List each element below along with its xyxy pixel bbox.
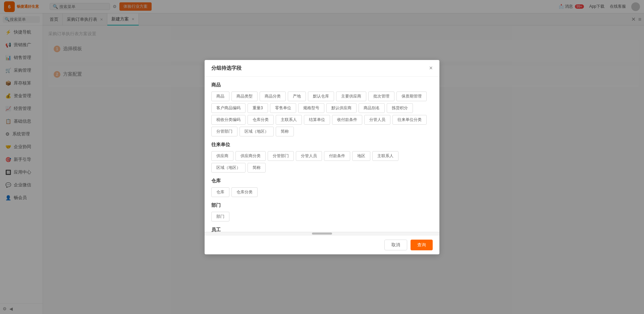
field-chip[interactable]: 区域（地区） bbox=[211, 163, 246, 173]
field-chip[interactable]: 结算单位 bbox=[304, 115, 330, 125]
section-title-往来单位: 往来单位 bbox=[211, 142, 433, 148]
section-商品: 商品商品商品类型商品分类产地默认仓库主要供应商批次管理保质期管理客户商品编码重量… bbox=[211, 82, 433, 136]
field-chip[interactable]: 重量3 bbox=[248, 103, 268, 113]
field-chip[interactable]: 主要供应商 bbox=[336, 91, 366, 101]
field-chip[interactable]: 收付款条件 bbox=[332, 115, 362, 125]
field-chip[interactable]: 分管人员 bbox=[364, 115, 390, 125]
section-部门: 部门部门 bbox=[211, 202, 433, 222]
main-area: 🔍 ⚡快捷导航📢营销推广📊销售管理🛒采购管理📦库存核算💰资金管理📈经营管理📋基础… bbox=[0, 13, 644, 314]
app-container: 6 畅捷通好生意 🔍 ⚙ 体验行业方案 📩 消息 99+ App下载 在线客服 bbox=[0, 0, 644, 314]
field-chip[interactable]: 默认供应商 bbox=[326, 103, 357, 113]
field-chip[interactable]: 分管人员 bbox=[296, 151, 322, 161]
field-chip[interactable]: 默认仓库 bbox=[308, 91, 334, 101]
section-title-员工: 员工 bbox=[211, 227, 433, 232]
content-body: 采购订单执行表方案设置 1 选择模板 2 方案配置 bbox=[43, 25, 644, 314]
field-chip[interactable]: 商品类型 bbox=[231, 91, 258, 101]
field-chips-商品: 商品商品类型商品分类产地默认仓库主要供应商批次管理保质期管理客户商品编码重量3零… bbox=[211, 91, 433, 136]
field-chip[interactable]: 批次管理 bbox=[368, 91, 394, 101]
field-selection-modal: 分组待选字段 × 商品商品商品类型商品分类产地默认仓库主要供应商批次管理保质期管… bbox=[205, 60, 439, 254]
field-chip[interactable]: 规格型号 bbox=[298, 103, 324, 113]
modal-body[interactable]: 商品商品商品类型商品分类产地默认仓库主要供应商批次管理保质期管理客户商品编码重量… bbox=[205, 77, 439, 232]
cancel-button[interactable]: 取消 bbox=[384, 240, 407, 250]
field-chip[interactable]: 主联系人 bbox=[372, 151, 398, 161]
field-chips-部门: 部门 bbox=[211, 212, 433, 222]
field-chip[interactable]: 保质期管理 bbox=[396, 91, 427, 101]
modal-header: 分组待选字段 × bbox=[205, 60, 439, 77]
field-chip[interactable]: 商品分类 bbox=[260, 91, 286, 101]
field-chip[interactable]: 零售单位 bbox=[270, 103, 296, 113]
section-title-仓库: 仓库 bbox=[211, 178, 433, 184]
field-chip[interactable]: 客户商品编码 bbox=[211, 103, 246, 113]
modal-title: 分组待选字段 bbox=[211, 65, 241, 71]
modal-footer: 取消 查询 bbox=[205, 235, 439, 254]
field-chip[interactable]: 供应商分类 bbox=[235, 151, 266, 161]
field-chip[interactable]: 仓库分类 bbox=[248, 115, 274, 125]
confirm-button[interactable]: 查询 bbox=[411, 240, 433, 250]
modal-hscroll[interactable] bbox=[205, 232, 439, 235]
field-chip[interactable]: 拣货积分 bbox=[387, 103, 413, 113]
modal-overlay: 分组待选字段 × 商品商品商品类型商品分类产地默认仓库主要供应商批次管理保质期管… bbox=[43, 25, 644, 314]
field-chip[interactable]: 税收分类编码 bbox=[211, 115, 246, 125]
field-chip[interactable]: 地区 bbox=[352, 151, 370, 161]
field-chip[interactable]: 部门 bbox=[211, 212, 229, 222]
modal-close-btn[interactable]: × bbox=[429, 65, 433, 72]
section-员工: 员工业务员 bbox=[211, 227, 433, 232]
field-chip[interactable]: 分管部门 bbox=[268, 151, 294, 161]
field-chip[interactable]: 仓库 bbox=[211, 187, 229, 197]
field-chip[interactable]: 往来单位分类 bbox=[392, 115, 427, 125]
field-chip[interactable]: 区域（地区） bbox=[239, 127, 274, 136]
field-chip[interactable]: 分管部门 bbox=[211, 127, 237, 136]
field-chip[interactable]: 商品别名 bbox=[359, 103, 385, 113]
sections-container: 商品商品商品类型商品分类产地默认仓库主要供应商批次管理保质期管理客户商品编码重量… bbox=[211, 82, 433, 232]
field-chip[interactable]: 付款条件 bbox=[324, 151, 350, 161]
content-area: 首页采购订单执行表✕新建方案✕ ✕ ≡ 采购订单执行表方案设置 1 选择模板 bbox=[43, 13, 644, 314]
field-chip[interactable]: 产地 bbox=[288, 91, 306, 101]
section-title-商品: 商品 bbox=[211, 82, 433, 88]
section-往来单位: 往来单位供应商供应商分类分管部门分管人员付款条件地区主联系人区域（地区）简称 bbox=[211, 142, 433, 173]
field-chips-往来单位: 供应商供应商分类分管部门分管人员付款条件地区主联系人区域（地区）简称 bbox=[211, 151, 433, 173]
field-chip[interactable]: 仓库分类 bbox=[231, 187, 258, 197]
section-title-部门: 部门 bbox=[211, 202, 433, 208]
field-chip[interactable]: 简称 bbox=[248, 163, 266, 173]
field-chips-仓库: 仓库仓库分类 bbox=[211, 187, 433, 197]
field-chip[interactable]: 简称 bbox=[276, 127, 294, 136]
section-仓库: 仓库仓库仓库分类 bbox=[211, 178, 433, 197]
field-chip[interactable]: 供应商 bbox=[211, 151, 233, 161]
field-chip[interactable]: 主联系人 bbox=[276, 115, 302, 125]
field-chip[interactable]: 商品 bbox=[211, 91, 229, 101]
